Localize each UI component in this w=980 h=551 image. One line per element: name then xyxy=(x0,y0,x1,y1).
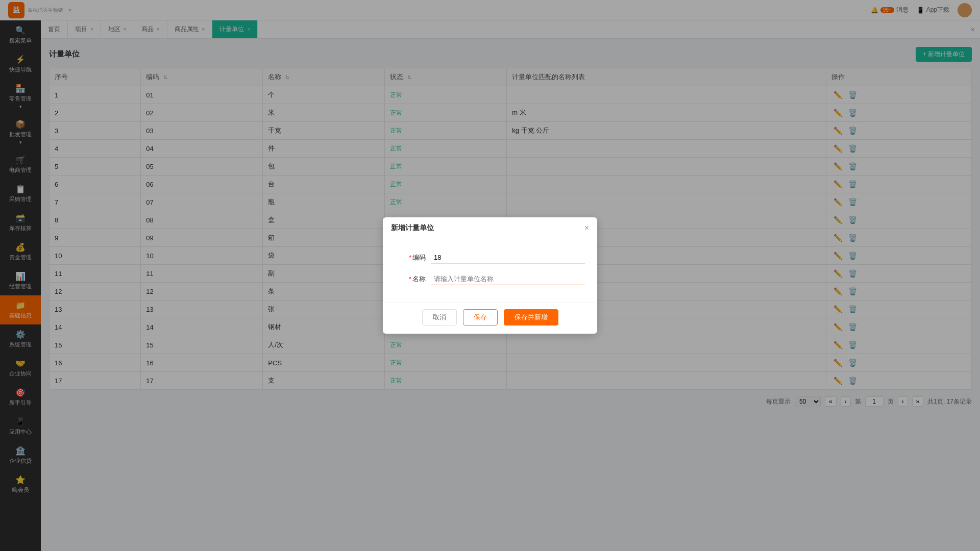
modal-header: 新增计量单位 × xyxy=(383,217,597,239)
modal-overlay[interactable]: 新增计量单位 × *编码 *名称 取消 保存 保存并新增 xyxy=(0,0,980,551)
required-mark: * xyxy=(409,275,411,283)
modal-title: 新增计量单位 xyxy=(391,223,434,233)
form-row-code: *编码 xyxy=(395,252,585,264)
required-mark: * xyxy=(409,254,411,261)
cancel-button[interactable]: 取消 xyxy=(422,309,457,325)
code-input[interactable] xyxy=(431,252,585,264)
modal-body: *编码 *名称 xyxy=(383,239,597,303)
add-unit-modal: 新增计量单位 × *编码 *名称 取消 保存 保存并新增 xyxy=(383,217,597,334)
name-input[interactable] xyxy=(431,273,585,285)
modal-close-btn[interactable]: × xyxy=(584,224,589,232)
form-row-name: *名称 xyxy=(395,273,585,285)
name-label: *名称 xyxy=(395,274,426,284)
code-label: *编码 xyxy=(395,253,426,262)
modal-footer: 取消 保存 保存并新增 xyxy=(383,303,597,334)
save-button[interactable]: 保存 xyxy=(463,309,498,325)
save-and-new-button[interactable]: 保存并新增 xyxy=(504,309,558,325)
